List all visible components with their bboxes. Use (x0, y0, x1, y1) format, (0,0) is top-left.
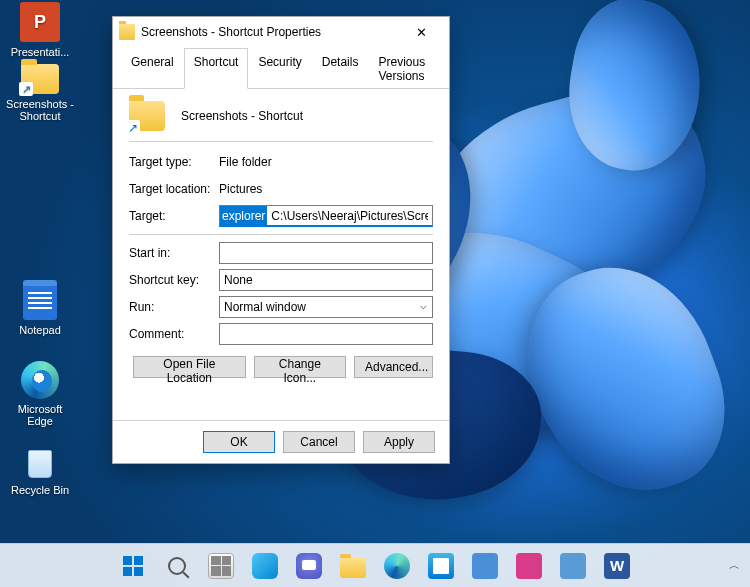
label-shortcut-key: Shortcut key: (129, 273, 219, 287)
apply-button[interactable]: Apply (363, 431, 435, 453)
notepad-icon (23, 280, 57, 320)
widgets-icon (252, 553, 278, 579)
edge-icon (384, 553, 410, 579)
file-explorer-button[interactable] (334, 547, 372, 585)
shortcut-overlay-icon: ↗ (19, 82, 33, 96)
window-title: Screenshots - Shortcut Properties (141, 25, 399, 39)
start-button[interactable] (114, 547, 152, 585)
label-run: Run: (129, 300, 219, 314)
recycle-bin-icon (20, 440, 60, 480)
store-icon (428, 553, 454, 579)
taskbar: W ︿ (0, 543, 750, 587)
word-icon: W (604, 553, 630, 579)
task-view-icon (208, 553, 234, 579)
app-icon (560, 553, 586, 579)
run-select[interactable]: Normal window (219, 296, 433, 318)
folder-icon (119, 24, 135, 40)
label-target: Target: (129, 209, 219, 223)
app-icon (472, 553, 498, 579)
chat-button[interactable] (290, 547, 328, 585)
edge-icon (21, 361, 59, 399)
desktop-icon-label: Recycle Bin (4, 484, 76, 496)
folder-icon (340, 558, 366, 578)
store-button[interactable] (422, 547, 460, 585)
system-tray[interactable]: ︿ (729, 558, 740, 573)
close-button[interactable]: ✕ (399, 18, 443, 46)
desktop[interactable]: P Presentati... ↗ Screenshots - Shortcut… (0, 0, 750, 587)
label-start-in: Start in: (129, 246, 219, 260)
desktop-icon-label: Microsoft Edge (4, 403, 76, 427)
desktop-icon-label: Presentati... (4, 46, 76, 58)
close-icon: ✕ (416, 25, 427, 40)
windows-icon (123, 556, 143, 576)
label-target-type: Target type: (129, 155, 219, 169)
desktop-icon-label: Screenshots - Shortcut (4, 98, 76, 122)
shortcut-key-field[interactable] (219, 269, 433, 291)
open-file-location-button[interactable]: Open File Location (133, 356, 246, 378)
taskbar-app-button[interactable] (554, 547, 592, 585)
comment-field[interactable] (219, 323, 433, 345)
desktop-icon-recycle-bin[interactable]: Recycle Bin (4, 440, 76, 496)
label-comment: Comment: (129, 327, 219, 341)
desktop-icon-label: Notepad (4, 324, 76, 336)
start-in-field[interactable] (219, 242, 433, 264)
target-selection: explorer (220, 206, 267, 226)
dialog-body: ↗ Screenshots - Shortcut Target type: Fi… (113, 89, 449, 420)
chevron-up-icon[interactable]: ︿ (729, 558, 740, 573)
tab-previous-versions[interactable]: Previous Versions (368, 48, 441, 89)
tab-security[interactable]: Security (248, 48, 311, 89)
desktop-icon-notepad[interactable]: Notepad (4, 280, 76, 336)
word-button[interactable]: W (598, 547, 636, 585)
app-icon (516, 553, 542, 579)
taskbar-app-button[interactable] (466, 547, 504, 585)
search-icon (168, 557, 186, 575)
taskbar-app-button[interactable] (510, 547, 548, 585)
folder-icon: ↗ (129, 101, 165, 131)
chat-icon (296, 553, 322, 579)
value-target-location: Pictures (219, 182, 433, 196)
cancel-button[interactable]: Cancel (283, 431, 355, 453)
advanced-button[interactable]: Advanced... (354, 356, 433, 378)
task-view-button[interactable] (202, 547, 240, 585)
titlebar[interactable]: Screenshots - Shortcut Properties ✕ (113, 17, 449, 47)
tab-details[interactable]: Details (312, 48, 369, 89)
desktop-icon-screenshots-shortcut[interactable]: ↗ Screenshots - Shortcut (4, 58, 76, 122)
tab-general[interactable]: General (121, 48, 184, 89)
tab-strip: General Shortcut Security Details Previo… (113, 47, 449, 89)
value-target-type: File folder (219, 155, 433, 169)
powerpoint-icon: P (20, 2, 60, 42)
desktop-icon-edge[interactable]: Microsoft Edge (4, 360, 76, 427)
label-target-location: Target location: (129, 182, 219, 196)
folder-icon: ↗ (21, 64, 59, 94)
change-icon-button[interactable]: Change Icon... (254, 356, 346, 378)
dialog-footer: OK Cancel Apply (113, 420, 449, 463)
widgets-button[interactable] (246, 547, 284, 585)
ok-button[interactable]: OK (203, 431, 275, 453)
desktop-icon-presentation[interactable]: P Presentati... (4, 2, 76, 58)
search-button[interactable] (158, 547, 196, 585)
tab-shortcut[interactable]: Shortcut (184, 48, 249, 89)
item-name: Screenshots - Shortcut (181, 109, 303, 123)
properties-dialog: Screenshots - Shortcut Properties ✕ Gene… (112, 16, 450, 464)
shortcut-overlay-icon: ↗ (125, 120, 140, 135)
edge-button[interactable] (378, 547, 416, 585)
